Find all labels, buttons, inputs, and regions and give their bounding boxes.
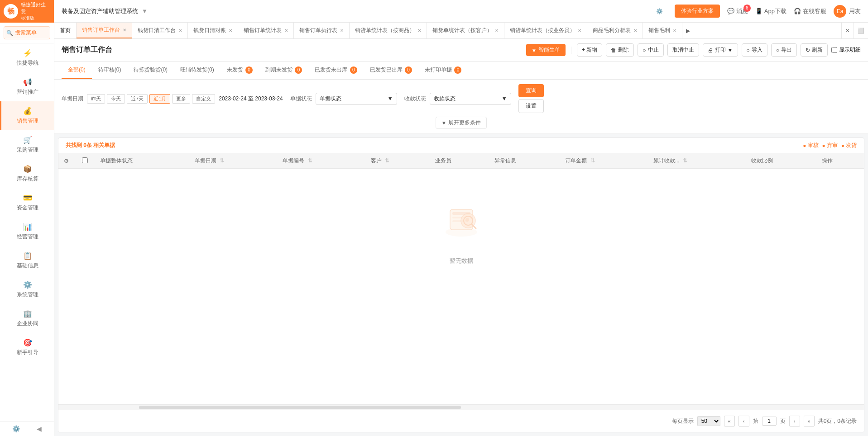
sidebar-item-inventory[interactable]: 📦 库存核算 <box>0 159 54 188</box>
tab-close-sales-workbench[interactable]: ✕ <box>123 28 126 33</box>
tab-close-cash-reconcile[interactable]: ✕ <box>229 28 232 33</box>
user-menu[interactable]: Ea 用友 <box>834 5 861 18</box>
filter-tab-not-shipped[interactable]: 未发货 0 <box>221 62 259 79</box>
sidebar-bottom: ⚙️ ◀ <box>0 421 54 436</box>
query-btn[interactable]: 查询 <box>518 84 544 97</box>
tab-cash-daily[interactable]: 钱货日清工作台 ✕ <box>132 23 188 38</box>
dropdown-arrow[interactable]: ▼ <box>142 8 148 14</box>
collapse-icon[interactable]: ◀ <box>37 425 42 432</box>
tab-sales-by-customer[interactable]: 销货单统计表（按客户） ✕ <box>427 23 504 38</box>
sidebar-item-sales[interactable]: 💰 销售管理 <box>0 101 54 130</box>
sidebar-item-marketing[interactable]: 📢 营销推广 <box>0 72 54 101</box>
filter-tab-overdue-not-shipped[interactable]: 到期未发货 0 <box>259 62 308 79</box>
horizontal-scrollbar[interactable] <box>58 404 864 410</box>
print-btn[interactable]: 🖨 打印 ▼ <box>703 43 738 57</box>
sidebar-item-quick-nav[interactable]: ⚡ 快捷导航 <box>0 43 54 72</box>
date-custom-btn[interactable]: 自定义 <box>192 94 215 104</box>
col-date[interactable]: 单据日期 ⇅ <box>189 153 277 169</box>
ship-action-btn[interactable]: ● 发货 <box>841 142 857 149</box>
date-yesterday-btn[interactable]: 昨天 <box>87 94 105 104</box>
tab-sales-stats[interactable]: 销售订单统计表 ✕ <box>238 23 294 38</box>
col-exception: 异常信息 <box>489 153 560 169</box>
tab-close-sales-exec[interactable]: ✕ <box>340 28 344 33</box>
sidebar-item-purchase[interactable]: 🛒 采购管理 <box>0 130 54 159</box>
next-page-btn[interactable]: › <box>789 416 800 427</box>
tab-sales-exec[interactable]: 销售订单执行表 ✕ <box>294 23 350 38</box>
sidebar-item-enterprise[interactable]: 🏢 企业协同 <box>0 304 54 333</box>
date-quick-buttons: 昨天 今天 近7天 近1月 更多 自定义 <box>87 94 215 104</box>
payment-select[interactable]: 收款状态 ▼ <box>430 93 511 105</box>
sidebar-item-basic[interactable]: 📋 基础信息 <box>0 246 54 275</box>
filter-tab-not-printed[interactable]: 未打印单据 0 <box>418 62 468 79</box>
export-btn[interactable]: ○ 导出 <box>771 43 797 57</box>
col-staff[interactable]: 业务员 <box>430 153 489 169</box>
date-more-btn[interactable]: 更多 <box>172 94 190 104</box>
tab-sales-by-product[interactable]: 销货单统计表（按商品） ✕ <box>350 23 427 38</box>
settings-btn[interactable]: ⚙️ <box>652 6 667 17</box>
maximize-btn[interactable]: ⬜ <box>854 23 868 39</box>
page-input[interactable] <box>762 417 777 426</box>
filter-tab-shipped-out[interactable]: 已发货已出库 0 <box>364 62 418 79</box>
cancel-stop-btn[interactable]: 取消中止 <box>667 43 699 57</box>
tab-sales-workbench[interactable]: 销售订单工作台 ✕ <box>77 23 132 38</box>
col-checkbox[interactable] <box>77 153 95 169</box>
last-page-btn[interactable]: » <box>804 416 815 427</box>
unreviewed-action-btn[interactable]: ● 弃审 <box>822 142 838 149</box>
close-all-tabs-btn[interactable]: ✕ <box>841 23 854 39</box>
tab-close-cash-daily[interactable]: ✕ <box>178 28 182 33</box>
smart-generate-btn[interactable]: ★ 智能生单 <box>526 44 566 56</box>
scrollbar-thumb[interactable] <box>139 406 461 409</box>
sidebar-item-operation[interactable]: 📊 经营管理 <box>0 217 54 246</box>
tab-sales-by-staff[interactable]: 销货单统计表（按业务员） ✕ <box>504 23 587 38</box>
col-received[interactable]: 累计收款... ⇅ <box>648 153 746 169</box>
date-1month-btn[interactable]: 近1月 <box>149 94 170 104</box>
col-config[interactable]: ⚙ <box>58 153 77 169</box>
more-tabs-btn[interactable]: ▶ <box>682 28 694 34</box>
app-download-btn[interactable]: 📱 App下载 <box>755 7 786 15</box>
per-page-select[interactable]: 50 100 200 <box>697 416 720 426</box>
tab-close-sales-stats[interactable]: ✕ <box>284 28 288 33</box>
date-today-btn[interactable]: 今天 <box>107 94 125 104</box>
setting-btn[interactable]: 设置 <box>518 99 544 113</box>
tab-cash-reconcile[interactable]: 钱货日清对账 ✕ <box>188 23 238 38</box>
message-btn[interactable]: 💬 消息 6 <box>727 7 748 15</box>
show-detail-checkbox-label[interactable]: 显示明细 <box>831 46 861 54</box>
stop-btn[interactable]: ○ 中止 <box>638 43 663 57</box>
show-detail-checkbox[interactable] <box>831 47 837 53</box>
first-page-btn[interactable]: « <box>724 416 735 427</box>
filter-tab-shipped-not-out[interactable]: 已发货未出库 0 <box>308 62 363 79</box>
date-7days-btn[interactable]: 近7天 <box>127 94 148 104</box>
status-select[interactable]: 单据状态 ▼ <box>316 93 397 105</box>
tab-close-sales-by-customer[interactable]: ✕ <box>495 28 499 33</box>
sidebar-item-guide[interactable]: 🎯 新手引导 <box>0 333 54 362</box>
online-service-btn[interactable]: 🎧 在线客服 <box>794 7 826 15</box>
divider-1 <box>571 47 571 54</box>
search-menu-button[interactable]: 🔍 搜索菜单 <box>4 26 50 39</box>
col-customer[interactable]: 客户 ⇅ <box>365 153 430 169</box>
new-btn[interactable]: + 新增 <box>577 43 602 57</box>
tab-home[interactable]: 首页 <box>54 23 77 38</box>
tab-close-product-margin[interactable]: ✕ <box>633 28 637 33</box>
delete-btn[interactable]: 🗑 删除 <box>606 43 634 57</box>
experience-btn[interactable]: 体验行业方案 <box>675 5 720 18</box>
import-btn[interactable]: ○ 导入 <box>742 43 767 57</box>
sidebar-item-system[interactable]: ⚙️ 系统管理 <box>0 275 54 304</box>
settings-bottom-icon[interactable]: ⚙️ <box>12 425 20 432</box>
review-action-btn[interactable]: ● 审核 <box>803 142 818 149</box>
select-all-checkbox[interactable] <box>82 157 88 163</box>
col-amount[interactable]: 订单金额 ⇅ <box>560 153 647 169</box>
filter-tab-pending-review[interactable]: 待审核(0) <box>92 62 128 79</box>
sidebar-item-finance[interactable]: 💳 资金管理 <box>0 188 54 217</box>
tab-close-sales-profit[interactable]: ✕ <box>673 28 676 33</box>
expand-conditions-btn[interactable]: ▼ 展开更多条件 <box>436 117 487 129</box>
refresh-btn[interactable]: ↻ 刷新 <box>801 43 828 57</box>
filter-tab-wangpu-pending[interactable]: 旺铺待发货(0) <box>174 62 221 79</box>
tab-product-margin[interactable]: 商品毛利分析表 ✕ <box>587 23 643 38</box>
tab-sales-profit[interactable]: 销售毛利 ✕ <box>643 23 682 38</box>
col-number[interactable]: 单据编号 ⇅ <box>277 153 365 169</box>
filter-tab-all[interactable]: 全部(0) <box>62 62 92 79</box>
tab-close-sales-by-product[interactable]: ✕ <box>417 28 421 33</box>
prev-page-btn[interactable]: ‹ <box>739 416 749 427</box>
filter-tab-pending-inspect[interactable]: 待拣货验货(0) <box>127 62 174 79</box>
tab-close-sales-by-staff[interactable]: ✕ <box>578 28 581 33</box>
